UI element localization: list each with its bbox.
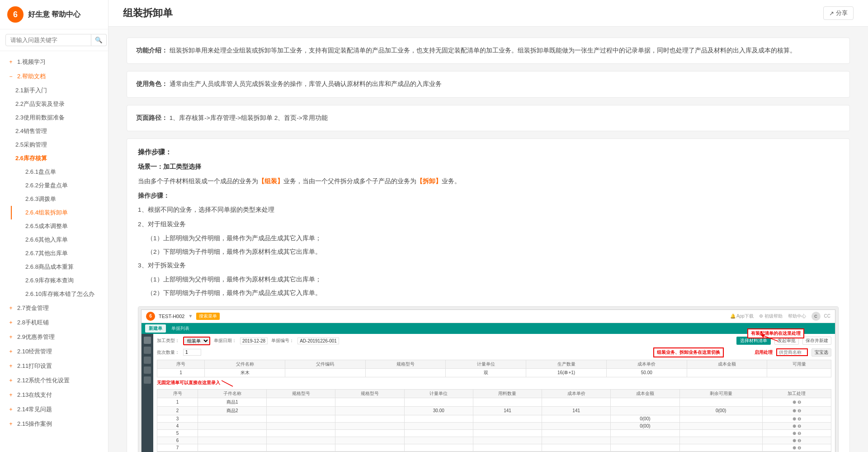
minus-icon: − (7, 73, 14, 80)
sidebar-header: 6 好生意 帮助中心 (0, 0, 108, 29)
mock-search-btn[interactable]: 搜索菜单 (196, 313, 220, 320)
mock-date-field: 2019-12-28 (240, 338, 268, 344)
mock-type-select[interactable]: 组装单 (183, 337, 210, 345)
sidebar-item-261[interactable]: 2.6.1盘点单 (11, 165, 108, 179)
search-button[interactable]: 🔍 (91, 34, 107, 46)
search-box: 🔍 (0, 29, 108, 51)
sidebar-item-268[interactable]: 2.6.8商品成本重算 (11, 260, 108, 274)
annotation4-row: 无固定清单可以直接在这里录入 (157, 378, 831, 387)
mock-left-icons (142, 334, 153, 452)
sidebar-item-214[interactable]: + 2.14常见问题 (0, 402, 108, 417)
th-cost: 成本单价 (606, 360, 687, 368)
mock-topbar: 6 TEST-H002 ▼ 搜索菜单 🔔 App下载 ⚙ 初级帮助 帮助中心 C… (142, 310, 835, 323)
sidebar-item-266[interactable]: 2.6.6其他入库单 (11, 233, 108, 247)
share-button[interactable]: ↗ 分享 (823, 6, 854, 20)
mock-child-row-5: 5 ⊕ ⊖ (157, 429, 831, 437)
mock-order-no: AD-20191226-001 (297, 338, 339, 344)
mock-label-date: 单据日期： (214, 338, 236, 344)
sidebar-item-264[interactable]: 2.6.4组装拆卸单 (11, 206, 108, 219)
sidebar-item-21[interactable]: 2.1新手入门 (11, 84, 108, 97)
sidebar-item-label: 2.15操作案例 (17, 420, 52, 428)
sidebar-item-211[interactable]: + 2.11打印设置 (0, 359, 108, 373)
sidebar-item-215[interactable]: + 2.15操作案例 (0, 417, 108, 431)
func-intro-label: 功能介绍： (136, 47, 168, 54)
ops-title: 操作步骤： (138, 148, 839, 157)
step3-2: （2）下部明细为子件明细，最终作为产成品生成其它入库单。 (138, 287, 839, 299)
plus-icon: + (7, 377, 14, 384)
mock-tab-new[interactable]: 新建单 (145, 324, 166, 333)
sidebar-item-269[interactable]: 2.6.9库存账本查询 (11, 274, 108, 287)
search-input[interactable] (5, 34, 91, 46)
sidebar-item-label: 2.帮助文档 (17, 72, 46, 81)
annotation-box-3: 启用处理 (755, 349, 773, 356)
step2-2: （2）下部明细为子件明细，最终作为原材料生成其它出库单。 (138, 246, 839, 258)
sidebar-item-267[interactable]: 2.6.7其他出库单 (11, 247, 108, 260)
mock-avatar: C (811, 312, 821, 321)
annotation-box-4: 无固定清单可以直接在这里录入 (157, 380, 220, 385)
sidebar-item-213[interactable]: + 2.13在线支付 (0, 388, 108, 402)
mock-select-btn2[interactable]: 宝宝选 (811, 348, 831, 357)
step3-1: （1）上部明细为父件明细，最终作为原材料生成其它出库单； (138, 274, 839, 285)
mock-tab-list[interactable]: 单据列表 (168, 324, 193, 333)
th-name: 父件名称 (205, 360, 285, 368)
sidebar-item-23[interactable]: 2.3使用前数据准备 (11, 111, 108, 124)
scene1-title: 场景一：加工类型选择 (138, 163, 839, 171)
annotation-arrow1 (760, 333, 778, 342)
mock-parent-table: 序号 父件名称 父件编码 规格型号 计量单位 生产数量 成本单价 成本金额 (157, 360, 831, 377)
sidebar-item-212[interactable]: + 2.12系统个性化设置 (0, 373, 108, 388)
sidebar-item-26[interactable]: 2.6库存核算 (11, 152, 108, 165)
mock-side-icon3 (144, 357, 151, 364)
nav-tree: + 1.视频学习 − 2.帮助文档 2.1新手入门 2.2产品安装及登录 2.3… (0, 51, 108, 452)
sidebar-item-label: 2.8手机旺铺 (17, 319, 49, 327)
path-text: 1、库存核算->库存管理->组装拆卸单 2、首页->常用功能 (170, 114, 328, 121)
sidebar-item-262[interactable]: 2.6.2分量盘点单 (11, 179, 108, 192)
mock-label-no: 单据编号： (271, 338, 294, 344)
scene1-ops: 操作步骤： (138, 190, 839, 202)
mock-save-btn[interactable]: 保存并新建 (802, 337, 831, 345)
nav-children-docs: 2.1新手入门 2.2产品安装及登录 2.3使用前数据准备 2.4销售管理 2.… (0, 84, 108, 301)
scene1-desc: 当由多个子件材料组装成一个成品的业务为【组装】业务，当由一个父件拆分成多个子产品… (138, 176, 839, 187)
mock-form-row2: 批次数量： 组装业务、拆卸业务在这里切换 启用处理 宝宝选 (157, 347, 831, 357)
sidebar-item-28[interactable]: + 2.8手机旺铺 (0, 315, 108, 330)
main-area: 组装拆卸单 ↗ 分享 功能介绍： 组装拆卸单用来处理企业组装或拆卸等加工业务，支… (108, 0, 868, 452)
plus-icon: + (7, 362, 14, 370)
th-avail: 可用量 (767, 360, 831, 368)
plus-icon: + (7, 391, 14, 399)
annotation-box-2: 组装业务、拆卸业务在这里切换 (653, 347, 724, 357)
sidebar-item-27[interactable]: + 2.7资金管理 (0, 301, 108, 315)
path-label: 页面路径： (136, 114, 168, 121)
app-title: 好生意 帮助中心 (28, 10, 80, 19)
plus-icon: + (7, 319, 14, 326)
sidebar-item-24[interactable]: 2.4销售管理 (11, 124, 108, 138)
th-code: 父件编码 (285, 360, 365, 368)
th-unit: 计量单位 (446, 360, 526, 368)
sidebar-item-2610[interactable]: 2.6.10库存账本错了怎么办 (11, 287, 108, 301)
sidebar-item-22[interactable]: 2.2产品安装及登录 (11, 97, 108, 111)
sidebar-item-25[interactable]: 2.5采购管理 (11, 138, 108, 152)
sidebar-item-docs[interactable]: − 2.帮助文档 (0, 69, 108, 84)
mock-child-row-4: 40(00) ⊕ ⊖ (157, 422, 831, 429)
mock-side-icon (144, 337, 151, 344)
logo-icon: 6 (7, 6, 24, 23)
sidebar-item-263[interactable]: 2.6.3调拨单 (11, 192, 108, 206)
sidebar-item-29[interactable]: + 2.9优惠券管理 (0, 330, 108, 344)
mock-side-icon4 (144, 366, 151, 374)
th-spec: 规格型号 (365, 360, 446, 368)
steps-section: 操作步骤： 场景一：加工类型选择 当由多个子件材料组装成一个成品的业务为【组装】… (127, 138, 850, 452)
mock-supplier-input[interactable] (776, 348, 808, 356)
sidebar-item-265[interactable]: 2.6.5成本调整单 (11, 219, 108, 233)
plus-icon: + (7, 333, 14, 341)
sidebar-item-210[interactable]: + 2.10经营管理 (0, 344, 108, 359)
role-label: 使用角色： (136, 81, 168, 87)
step2-1: （1）上部明细为父件明细，最终作为产成品生成其它入库单； (138, 233, 839, 244)
sidebar-item-videos[interactable]: + 1.视频学习 (0, 55, 108, 69)
mock-logo: 6 (146, 312, 155, 321)
share-icon: ↗ (829, 10, 834, 17)
func-intro-card: 功能介绍： 组装拆卸单用来处理企业组装或拆卸等加工业务，支持有固定装配清单的产品… (127, 38, 850, 64)
mock-child-row-1: 1 商品1 (157, 398, 831, 406)
mock-child-table: 序号 子件名称 规格型号 规格型号 计量单位 用料数量 成本单价 成本金额 (157, 389, 831, 452)
sidebar-item-label: 2.11打印设置 (17, 362, 52, 370)
mock-qty-input[interactable] (183, 349, 201, 356)
mock-subheader: 新建单 单据列表 (142, 323, 835, 334)
main-header: 组装拆卸单 ↗ 分享 (108, 0, 868, 27)
